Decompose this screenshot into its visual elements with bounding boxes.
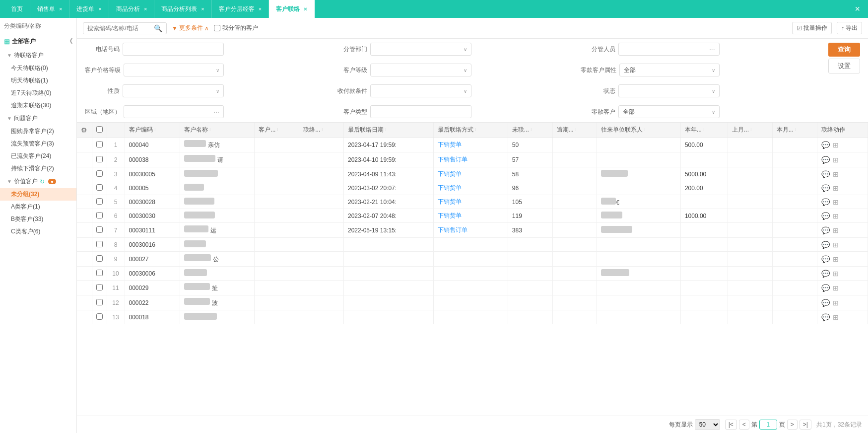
row-checkbox-cell[interactable] — [92, 152, 107, 167]
row-checkbox[interactable] — [96, 141, 103, 147]
th-name[interactable]: 客户名称⁝ — [180, 123, 255, 138]
filter-search-box[interactable]: 🔍 — [83, 22, 167, 34]
my-customers-checkbox-input[interactable] — [214, 25, 220, 31]
region-select[interactable]: ··· — [124, 105, 224, 118]
nav-close-button[interactable]: × — [851, 4, 864, 14]
tab-product-analysis[interactable]: 商品分析 × — [109, 0, 154, 18]
grid-action-icon[interactable]: ⊞ — [833, 255, 839, 263]
row-last-contact-method[interactable]: 下销售订单 — [434, 223, 508, 238]
row-checkbox-cell[interactable] — [92, 252, 107, 267]
th-overdue[interactable]: 逾期...⁝ — [552, 123, 597, 138]
close-purchase-tab[interactable]: × — [98, 6, 101, 12]
grid-action-icon[interactable]: ⊞ — [833, 156, 839, 164]
th-gear[interactable]: ⚙ — [77, 123, 92, 138]
th-last-contact-method[interactable]: 最后联络方式⁝ — [434, 123, 508, 138]
phone-input[interactable] — [123, 43, 224, 56]
price-level-select[interactable]: ∨ — [124, 64, 224, 76]
gear-icon[interactable]: ⚙ — [81, 126, 87, 134]
th-last-month[interactable]: 上月...⁝ — [728, 123, 772, 138]
sidebar-search-box[interactable]: 🔍 — [0, 18, 76, 34]
row-checkbox-cell[interactable] — [92, 281, 107, 295]
dept-select[interactable]: ∨ — [370, 43, 471, 56]
row-checkbox[interactable] — [96, 255, 103, 262]
row-last-contact-method[interactable] — [434, 281, 508, 295]
row-checkbox-cell[interactable] — [92, 223, 107, 238]
sidebar-item-churn-warning[interactable]: 流失预警客户(3) — [0, 138, 76, 150]
chat-icon[interactable]: 💬 — [821, 313, 830, 321]
row-checkbox-cell[interactable] — [92, 138, 107, 152]
row-checkbox-cell[interactable] — [92, 267, 107, 281]
filter-search-input[interactable] — [87, 25, 152, 32]
row-checkbox[interactable] — [96, 226, 103, 233]
grid-action-icon[interactable]: ⊞ — [833, 170, 839, 178]
filter-search-icon[interactable]: 🔍 — [154, 24, 162, 32]
th-category[interactable]: 客户...⁝ — [255, 123, 299, 138]
contact-method-link[interactable]: 下销货单 — [438, 184, 462, 191]
th-unit-contact[interactable]: 往来单位联系人⁝ — [597, 123, 681, 138]
row-checkbox-cell[interactable] — [92, 295, 107, 310]
row-checkbox[interactable] — [96, 184, 103, 191]
grid-action-icon[interactable]: ⊞ — [833, 241, 839, 249]
prev-page-button[interactable]: < — [739, 420, 749, 430]
last-page-button[interactable]: >| — [800, 420, 811, 430]
nature-select[interactable]: ∨ — [123, 84, 224, 97]
row-last-contact-method[interactable]: 下销货单 — [434, 138, 508, 152]
chat-icon[interactable]: 💬 — [821, 198, 830, 206]
row-last-contact-method[interactable] — [434, 267, 508, 281]
row-checkbox[interactable] — [96, 212, 103, 218]
first-page-button[interactable]: |< — [725, 420, 737, 430]
customer-level-select[interactable]: ∨ — [370, 64, 471, 76]
customer-type-select[interactable] — [370, 105, 471, 118]
sidebar-item-7days-pending[interactable]: 近7天待联络(0) — [0, 87, 76, 99]
export-button[interactable]: ↑ 导出 — [837, 22, 862, 34]
row-checkbox-cell[interactable] — [92, 195, 107, 209]
grid-action-icon[interactable]: ⊞ — [833, 299, 839, 307]
row-last-contact-method[interactable] — [434, 295, 508, 310]
contact-method-link[interactable]: 下销货单 — [438, 170, 462, 177]
sidebar-item-unassigned[interactable]: 未分组(32) — [0, 188, 76, 201]
manager-select[interactable]: ··· — [618, 43, 720, 56]
row-last-contact-method[interactable] — [434, 310, 508, 324]
row-last-contact-method[interactable]: 下销货单 — [434, 195, 508, 209]
chat-icon[interactable]: 💬 — [821, 184, 830, 192]
contact-method-link[interactable]: 下销货单 — [438, 198, 462, 205]
sidebar-item-declining[interactable]: 持续下滑客户(2) — [0, 162, 76, 175]
next-page-button[interactable]: > — [787, 420, 798, 430]
close-customer-segment-tab[interactable]: × — [259, 6, 262, 12]
row-last-contact-method[interactable] — [434, 238, 508, 252]
row-checkbox[interactable] — [96, 198, 103, 205]
chat-icon[interactable]: 💬 — [821, 170, 830, 178]
zero-customer-select[interactable]: 全部 ∨ — [618, 105, 720, 118]
sidebar-group-value-customers[interactable]: ▼ 价值客户 ↻ ● — [0, 175, 76, 188]
dots-icon-2[interactable]: ··· — [709, 45, 715, 53]
chat-icon[interactable]: 💬 — [821, 255, 830, 263]
chat-icon[interactable]: 💬 — [821, 226, 830, 234]
grid-action-icon[interactable]: ⊞ — [833, 212, 839, 220]
more-conditions-btn[interactable]: ▼ 更多条件 ∧ — [172, 24, 209, 32]
sidebar-item-class-c[interactable]: C类客户(6) — [0, 225, 76, 238]
sidebar-item-churned[interactable]: 已流失客户(24) — [0, 150, 76, 162]
batch-ops-button[interactable]: ☑ 批量操作 — [792, 22, 832, 34]
query-button[interactable]: 查询 — [828, 43, 860, 57]
sidebar-collapse-icon[interactable]: 《 — [67, 37, 72, 46]
my-customers-checkbox[interactable]: 我分管的客户 — [214, 24, 258, 32]
dots-icon[interactable]: ··· — [213, 108, 219, 116]
th-contact[interactable]: 联络...⁝ — [299, 123, 344, 138]
row-checkbox-cell[interactable] — [92, 310, 107, 324]
row-checkbox[interactable] — [96, 156, 103, 162]
tab-home[interactable]: 首页 — [4, 0, 30, 18]
grid-action-icon[interactable]: ⊞ — [833, 313, 839, 321]
grid-action-icon[interactable]: ⊞ — [833, 284, 839, 292]
row-checkbox[interactable] — [96, 241, 103, 247]
th-contact-action[interactable]: 联络动作 — [817, 123, 868, 138]
grid-action-icon[interactable]: ⊞ — [833, 198, 839, 206]
grid-action-icon[interactable]: ⊞ — [833, 184, 839, 192]
th-no-contact[interactable]: 未联...⁝ — [508, 123, 552, 138]
sidebar-item-abnormal-hoarding[interactable]: 囤购异常客户(2) — [0, 125, 76, 138]
row-checkbox-cell[interactable] — [92, 167, 107, 181]
contact-method-link[interactable]: 下销货单 — [438, 141, 462, 148]
chat-icon[interactable]: 💬 — [821, 299, 830, 307]
close-customer-contact-tab[interactable]: × — [304, 6, 307, 12]
grid-action-icon[interactable]: ⊞ — [833, 270, 839, 278]
reset-button[interactable]: 设置 — [828, 59, 860, 73]
